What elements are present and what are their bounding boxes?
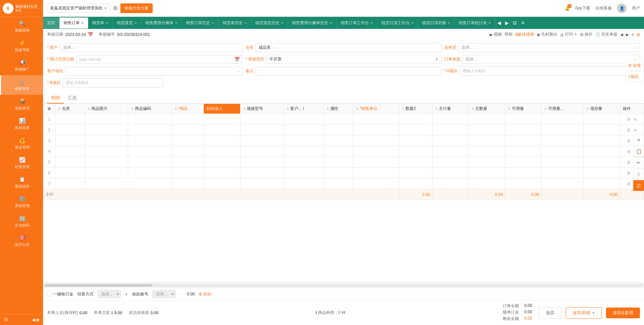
tab-sales-fee-history[interactable]: 销售费用分摊单历史 ✕ xyxy=(288,17,337,29)
tab-close-icon[interactable]: ✕ xyxy=(411,21,414,25)
row-qty2[interactable] xyxy=(399,114,432,125)
sidebar-item-basic-info[interactable]: 📋 基础信息 xyxy=(0,173,43,192)
sidebar-item-marketing[interactable]: 📢 营销推广 xyxy=(0,56,43,75)
app-download-link[interactable]: App下载 xyxy=(575,5,590,11)
sidebar-settings-icon[interactable]: ⚙ xyxy=(4,317,8,322)
customer-input[interactable]: 选择... ··· xyxy=(60,43,243,52)
col-scan[interactable]: 扫码录入 xyxy=(203,104,240,114)
sidebar-item-enterprise[interactable]: 🏢 企业协同 xyxy=(0,212,43,231)
col-main-unit[interactable]: ⇅ 主计量 xyxy=(432,104,468,114)
remarks-input[interactable] xyxy=(256,67,441,76)
tab-sales-return[interactable]: 销货单 ✕ xyxy=(88,17,113,29)
row-available[interactable] xyxy=(505,114,541,125)
float-btn-4[interactable]: ☆ xyxy=(633,169,644,179)
warehouse-dots-icon[interactable]: ··· xyxy=(272,45,275,50)
row-attributes[interactable] xyxy=(324,114,353,125)
customer-dots-icon[interactable]: ··· xyxy=(76,45,79,50)
row-product-image[interactable] xyxy=(85,114,128,125)
col-sales-unit[interactable]: ⇅ *销售单位 xyxy=(353,104,399,114)
a-project-input[interactable]: 请输入A项目 xyxy=(459,67,640,76)
tab-close-icon[interactable]: ✕ xyxy=(370,21,373,25)
shortcut-btn[interactable]: ⌨ 快捷键 xyxy=(515,32,534,37)
tab-close-all-btn[interactable]: ✕ xyxy=(519,19,527,27)
row-copy-icon[interactable]: ⊕ xyxy=(634,117,637,122)
col-product-image[interactable]: ⇅ 商品图片 xyxy=(85,104,128,114)
list-view-btn[interactable]: ≡ xyxy=(632,32,634,37)
industry-btn[interactable]: 体验行业方案 xyxy=(120,3,153,13)
row-scan[interactable] xyxy=(203,114,240,125)
row-main-qty[interactable] xyxy=(469,114,505,125)
row-spec[interactable] xyxy=(240,114,283,125)
col-customer-code[interactable]: ⇅ 客户... ℹ xyxy=(283,104,324,114)
col-product-code[interactable]: ⇅ 商品编码 xyxy=(128,104,171,114)
settings-panel-btn[interactable]: ⚙ 设置 xyxy=(625,60,644,71)
profit-btn[interactable]: ◉ 毛利预估 xyxy=(537,32,557,37)
row-warehouse[interactable] xyxy=(55,114,85,125)
tab-cash-reconcile[interactable]: 钱货日清对账 ✕ xyxy=(418,17,455,29)
col-product[interactable]: ⇅ *商品 xyxy=(171,104,203,114)
sidebar-item-guide[interactable]: 🎯 新手引导 xyxy=(0,231,43,251)
order-source-input[interactable]: 选择... ··· xyxy=(462,55,640,64)
row-delete-icon[interactable]: 🗑 xyxy=(627,138,631,143)
detail-tab-summary[interactable]: 汇总 xyxy=(64,93,81,104)
sidebar-item-system[interactable]: ⚙️ 系统管理 xyxy=(0,192,43,212)
tab-home[interactable]: 首页 xyxy=(43,17,60,29)
add-material-btn[interactable]: +物流 xyxy=(625,72,644,82)
tab-close-icon[interactable]: ✕ xyxy=(244,21,247,25)
add-btn[interactable]: ⊕ 添加 xyxy=(199,291,211,297)
invoice-type-select[interactable]: 不开票 ▼ xyxy=(266,55,441,64)
tab-next-btn[interactable]: ▶ xyxy=(503,19,511,27)
tab-sales-return2[interactable]: 销货退货 ✕ xyxy=(113,17,141,29)
scroll-thumb[interactable] xyxy=(44,284,152,287)
tab-sales-order[interactable]: 销售订单 ✕ xyxy=(60,17,88,29)
row-delete-icon[interactable]: 🗑 xyxy=(627,128,631,132)
row-stock[interactable] xyxy=(583,114,620,125)
row-available2[interactable] xyxy=(541,114,583,125)
calendar-icon[interactable]: 📅 xyxy=(88,32,93,37)
online-support-link[interactable]: 在线客服 xyxy=(596,5,612,11)
sidebar-item-sales[interactable]: 🛒 销售管理 xyxy=(0,75,43,95)
col-warehouse[interactable]: ⇅ 仓库 xyxy=(55,104,85,114)
sidebar-item-inventory[interactable]: 📊 库存核算 xyxy=(0,114,43,134)
tab-sales-workbench[interactable]: 销售订单工作台 ✕ xyxy=(337,17,377,29)
sidebar-item-quick-nav[interactable]: ⚡ 快捷导航 xyxy=(0,36,43,56)
warehouse-input[interactable]: 成品库 ··· xyxy=(256,43,441,52)
save-draft-btn[interactable]: 保存草稿 ▼ xyxy=(566,307,602,319)
horizontal-scrollbar[interactable] xyxy=(43,282,644,288)
row-main-unit[interactable] xyxy=(432,114,468,125)
print-btn[interactable]: 🖨 打印 ▼ xyxy=(560,32,577,37)
delivery-date-input[interactable]: yyyy-mm-dd 📅 xyxy=(76,55,243,64)
delivery-calendar-icon[interactable]: 📅 xyxy=(234,57,240,62)
row-product-code[interactable] xyxy=(128,114,171,125)
detail-tab-detail[interactable]: 明细 xyxy=(47,93,64,104)
row-sales-unit[interactable] xyxy=(353,114,399,125)
address-dots-icon[interactable]: ··· xyxy=(236,69,240,74)
row-customer-code[interactable] xyxy=(283,114,324,125)
row-copy-icon[interactable]: ⊕ xyxy=(634,128,637,132)
one-key-field[interactable]: 一键收订金 xyxy=(47,291,73,297)
col-attributes[interactable]: ⇅ 属性 xyxy=(324,104,353,114)
b-project-input[interactable]: 请输入B项目 xyxy=(63,78,163,87)
tab-close-icon[interactable]: ✕ xyxy=(175,21,178,25)
tab-prev-btn[interactable]: ◀ xyxy=(495,19,503,27)
row-delete-icon[interactable]: 🗑 xyxy=(627,181,631,186)
avatar[interactable]: 👤 xyxy=(617,4,627,13)
tab-sales-stats[interactable]: 销售订单统计表 ✕ xyxy=(455,17,495,29)
col-available[interactable]: ⇅ 可用量 xyxy=(505,104,541,114)
col-settings[interactable]: ⚙ xyxy=(43,104,55,114)
history-btn[interactable]: 🕐 历史单据 xyxy=(595,32,617,37)
tab-close-icon[interactable]: ✕ xyxy=(134,21,137,25)
discard-btn[interactable]: 放弃 xyxy=(539,307,562,319)
tab-sales-return2-history[interactable]: 销货退货历史 ✕ xyxy=(251,17,288,29)
row-delete-icon[interactable]: 🗑 xyxy=(627,149,631,154)
row-delete-icon[interactable]: 🗑 xyxy=(627,171,631,175)
tab-close-icon[interactable]: ✕ xyxy=(81,21,84,25)
tab-close-icon[interactable]: ✕ xyxy=(281,21,283,25)
tab-sales-order-history[interactable]: 销售订单历史 ✕ xyxy=(182,17,219,29)
tab-expand-btn[interactable]: ⊟ xyxy=(511,19,519,27)
address-input[interactable]: ··· xyxy=(65,67,243,76)
help-btn[interactable]: 帮助 xyxy=(504,32,513,37)
account-select[interactable]: 选择... xyxy=(152,290,176,298)
col-stock[interactable]: ⇅ 现存量 xyxy=(583,104,620,114)
float-btn-2[interactable]: 📋 xyxy=(633,146,644,157)
